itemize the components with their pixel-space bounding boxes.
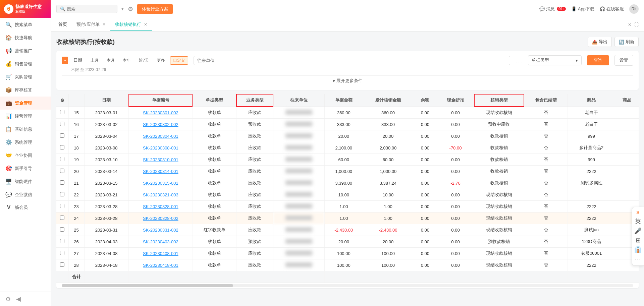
cell-order-no[interactable]: SK-20230308-001 bbox=[128, 142, 193, 154]
cell-order-no[interactable]: SK-20230302-002 bbox=[128, 119, 193, 130]
cell-order-no[interactable]: SK-20230418-001 bbox=[128, 259, 193, 271]
col-settings[interactable]: ⚙ bbox=[56, 94, 68, 107]
cell-checkbox bbox=[56, 236, 68, 248]
cell-include-settled: 否 bbox=[524, 189, 568, 201]
sidebar-item-member[interactable]: V 畅会员 bbox=[0, 201, 51, 214]
cell-order-no[interactable]: SK-20230304-001 bbox=[128, 130, 193, 142]
setting-button[interactable]: 设置 bbox=[614, 55, 633, 66]
filter-expand-row[interactable]: ▾ 展开更多条件 bbox=[62, 75, 633, 86]
partner-input[interactable] bbox=[194, 56, 510, 65]
cell-order-no[interactable]: SK-20230315-002 bbox=[128, 177, 193, 189]
sidebar-item-quick-nav[interactable]: 🏠 快捷导航 bbox=[0, 31, 51, 44]
float-shirt-icon[interactable]: 👔 bbox=[634, 246, 642, 253]
sidebar-item-hardware[interactable]: 🖥️ 智能硬件 bbox=[0, 175, 51, 188]
cell-order-no[interactable]: SK-20230328-001 bbox=[128, 201, 193, 212]
export-button[interactable]: 📤 导出 bbox=[588, 37, 612, 47]
date-btn-custom[interactable]: 自定义 bbox=[170, 56, 188, 65]
refresh-button[interactable]: 🔄 刷新 bbox=[614, 37, 639, 47]
date-btn-this-month[interactable]: 本月 bbox=[104, 56, 118, 65]
date-btn-more[interactable]: 更多 bbox=[154, 56, 168, 65]
tab-home[interactable]: 首页 bbox=[54, 18, 72, 31]
float-star-icon[interactable]: 英 bbox=[635, 217, 641, 225]
table-scroll[interactable]: ⚙ 日期 单据编号 单据类型 业务类型 往来单位 单据金额 累计核销金额 余额 … bbox=[56, 94, 639, 283]
row-checkbox[interactable] bbox=[60, 204, 64, 208]
collapse-icon[interactable]: ◀ bbox=[16, 295, 21, 303]
row-checkbox[interactable] bbox=[60, 239, 64, 243]
cell-order-no[interactable]: SK-20230310-001 bbox=[128, 154, 193, 166]
cell-order-no[interactable]: SK-20230331-002 bbox=[128, 224, 193, 236]
row-checkbox[interactable] bbox=[60, 216, 64, 220]
sidebar-item-operations[interactable]: 📊 经营管理 bbox=[0, 110, 51, 123]
cell-order-no[interactable]: SK-20230328-002 bbox=[128, 212, 193, 224]
row-checkbox[interactable] bbox=[60, 192, 64, 196]
filter-expand-arrow[interactable]: » bbox=[62, 57, 68, 64]
cell-verify-type: 现结收款核销 bbox=[474, 107, 524, 119]
sidebar-item-marketing[interactable]: 📢 营销推广 bbox=[0, 44, 51, 57]
row-checkbox[interactable] bbox=[60, 122, 64, 126]
tab-prepay[interactable]: 预付/应付单 ✕ bbox=[72, 18, 110, 31]
close-tab-icon[interactable]: ✕ bbox=[628, 22, 632, 27]
float-grid-icon[interactable]: ⊞ bbox=[636, 237, 641, 244]
date-btn-last-month[interactable]: 上月 bbox=[88, 56, 102, 65]
cell-product2 bbox=[615, 154, 639, 166]
topbar-search-box[interactable]: 🔍 bbox=[56, 5, 117, 13]
row-checkbox[interactable] bbox=[60, 133, 64, 138]
cell-cum-verify: 20.00 bbox=[363, 236, 413, 248]
float-dots-icon[interactable]: ⋯ bbox=[635, 255, 641, 263]
sidebar-item-finance[interactable]: 💼 资金管理 bbox=[0, 97, 51, 110]
row-checkbox[interactable] bbox=[60, 145, 64, 149]
sidebar-item-wechat[interactable]: 💬 企业微信 bbox=[0, 188, 51, 201]
settings-icon[interactable]: ⚙ bbox=[60, 98, 64, 103]
cell-order-no[interactable]: SK-20230321-003 bbox=[128, 189, 193, 201]
date-btn-7days[interactable]: 近7天 bbox=[136, 56, 152, 65]
row-checkbox[interactable] bbox=[60, 169, 64, 173]
tab-receipt-verify-close-icon[interactable]: ✕ bbox=[144, 22, 147, 27]
sidebar-item-corp[interactable]: 🤝 企业协同 bbox=[0, 149, 51, 162]
cell-checkbox bbox=[56, 142, 68, 154]
cell-order-no[interactable]: SK-20230403-002 bbox=[128, 236, 193, 248]
sidebar-item-sales[interactable]: 💰 销售管理 bbox=[0, 57, 51, 70]
user-avatar[interactable]: Rit bbox=[629, 4, 639, 14]
type-filter-select[interactable]: 单据类型 ▾ bbox=[528, 55, 582, 65]
app-download-action[interactable]: 📱 App下载 bbox=[571, 6, 594, 12]
row-checkbox[interactable] bbox=[60, 227, 64, 232]
cell-index: 19 bbox=[68, 154, 84, 166]
online-service-action[interactable]: 🎧 在线客服 bbox=[600, 6, 624, 12]
sidebar-item-purchase[interactable]: 🛒 采购管理 bbox=[0, 70, 51, 83]
row-checkbox[interactable] bbox=[60, 157, 64, 161]
tab-receipt-verify[interactable]: 收款核销执行 ✕ bbox=[110, 18, 152, 31]
cell-order-no[interactable]: SK-20230408-001 bbox=[128, 248, 193, 259]
total-cell bbox=[128, 271, 193, 283]
tab-prepay-close-icon[interactable]: ✕ bbox=[102, 22, 106, 27]
sidebar-item-system[interactable]: ⚙️ 系统管理 bbox=[0, 136, 51, 149]
sidebar-item-guide[interactable]: 🎯 新手引导 bbox=[0, 162, 51, 175]
search-icon: 🔍 bbox=[5, 21, 12, 28]
sidebar-item-inventory[interactable]: 📦 库存核算 bbox=[0, 83, 51, 97]
cell-partner bbox=[273, 248, 325, 259]
date-btn-this-year[interactable]: 本年 bbox=[120, 56, 134, 65]
cell-biz-type: 应收款 bbox=[236, 224, 273, 236]
cell-biz-type: 预收款 bbox=[236, 119, 273, 130]
cell-product2 bbox=[615, 119, 639, 130]
cell-order-type: 收款单 bbox=[193, 154, 236, 166]
query-button[interactable]: 查询 bbox=[587, 55, 609, 65]
cell-order-no[interactable]: SK-20230314-001 bbox=[128, 166, 193, 177]
row-checkbox[interactable] bbox=[60, 262, 64, 267]
table-scrollbar[interactable] bbox=[62, 284, 633, 287]
cell-biz-type: 应收款 bbox=[236, 107, 273, 119]
table-row: 172023-03-04SK-20230304-001收款单应收款20.0020… bbox=[56, 130, 639, 142]
settings-icon[interactable]: ⚙ bbox=[5, 295, 11, 303]
sidebar-item-search[interactable]: 🔍 搜索菜单 bbox=[0, 18, 51, 31]
row-checkbox[interactable] bbox=[60, 180, 64, 185]
solution-button[interactable]: 体验行业方案 bbox=[137, 4, 173, 14]
search-input[interactable] bbox=[67, 6, 114, 11]
messages-action[interactable]: 💬 消息 99+ bbox=[539, 6, 566, 12]
scrollbar-thumb[interactable] bbox=[62, 284, 233, 287]
gear-icon[interactable]: ⚙ bbox=[128, 5, 133, 13]
row-checkbox[interactable] bbox=[60, 110, 64, 114]
expand-tab-icon[interactable]: ⛶ bbox=[634, 22, 639, 27]
cell-order-no[interactable]: SK-20230301-002 bbox=[128, 107, 193, 119]
row-checkbox[interactable] bbox=[60, 251, 64, 255]
float-mic-icon[interactable]: 🎤 bbox=[634, 227, 642, 235]
sidebar-item-basic-info[interactable]: 📋 基础信息 bbox=[0, 123, 51, 136]
